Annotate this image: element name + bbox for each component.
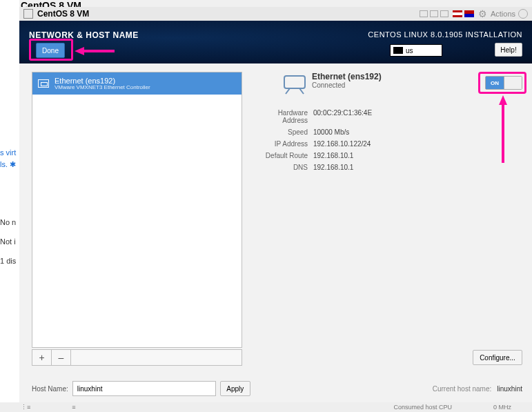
keyboard-layout-value: us — [406, 47, 413, 55]
window-titlebar: CentOS 8 VM ⚙ Actions — [19, 7, 532, 21]
interface-add-remove-bar: + – — [32, 349, 242, 366]
svg-marker-1 — [75, 47, 84, 55]
installer-name: CENTOS LINUX 8.0.1905 INSTALLATION — [368, 30, 522, 39]
actions-menu[interactable]: Actions — [491, 10, 515, 18]
bg-text: s virt — [0, 148, 16, 157]
svg-rect-2 — [284, 76, 305, 88]
bg-text: Not i — [0, 237, 16, 246]
hostname-input[interactable] — [72, 381, 216, 396]
prop-label: Speed — [254, 128, 308, 136]
svg-marker-4 — [499, 95, 507, 105]
prop-value: 00:0C:29:C1:36:4E — [313, 109, 372, 124]
bg-text: ⋮≡ — [21, 404, 30, 411]
installer-header: NETWORK & HOST NAME CENTOS LINUX 8.0.190… — [19, 21, 532, 63]
installer-body: Ethernet (ens192) VMware VMXNET3 Etherne… — [19, 63, 532, 412]
interface-item[interactable]: Ethernet (ens192) VMware VMXNET3 Etherne… — [32, 72, 242, 95]
prop-value: 192.168.10.1 — [313, 152, 353, 159]
selected-interface-status: Connected — [312, 81, 382, 89]
prop-label: Hardware Address — [254, 109, 308, 124]
prop-label: Default Route — [254, 152, 308, 159]
interface-name: Ethernet (ens192) — [55, 77, 150, 85]
interface-driver: VMware VMXNET3 Ethernet Controller — [55, 85, 150, 91]
current-hostname-value: linuxhint — [497, 385, 522, 393]
hostname-row: Host Name: Apply Current host name: linu… — [32, 381, 522, 396]
prop-value: 10000 Mb/s — [313, 128, 349, 136]
interface-toggle[interactable]: ON — [485, 76, 522, 90]
toggle-knob — [504, 77, 522, 89]
vm-icon — [23, 9, 33, 19]
interface-properties: Hardware Address00:0C:29:C1:36:4E Speed1… — [254, 109, 522, 171]
flag-icon — [464, 10, 474, 17]
configure-button[interactable]: Configure... — [473, 350, 522, 365]
window-button[interactable] — [420, 10, 428, 17]
background-sidebar: s virt ls. ✱ No n Not i 1 dis — [0, 0, 19, 412]
page-title: NETWORK & HOST NAME — [29, 30, 139, 40]
toggle-on-label: ON — [486, 77, 504, 89]
close-icon[interactable] — [518, 9, 528, 19]
prop-label: IP Address — [254, 140, 308, 148]
done-button[interactable]: Done — [36, 43, 65, 58]
installer-screen: NETWORK & HOST NAME CENTOS LINUX 8.0.190… — [19, 21, 532, 412]
annotation-arrow-icon — [75, 46, 116, 57]
help-button[interactable]: Help! — [495, 43, 522, 57]
prop-value: 192.168.10.1 — [313, 164, 353, 171]
window-button[interactable] — [440, 10, 449, 17]
interfaces-list: Ethernet (ens192) VMware VMXNET3 Etherne… — [32, 72, 242, 348]
hostname-label: Host Name: — [32, 385, 68, 393]
bg-text: No n — [0, 218, 16, 226]
window-title: CentOS 8 VM — [37, 9, 89, 19]
apply-button[interactable]: Apply — [220, 381, 250, 396]
bg-text: ls. ✱ — [0, 160, 16, 169]
interface-details: Ethernet (ens192) Connected ON Hardware … — [254, 72, 522, 348]
bg-text: 1 dis — [0, 257, 16, 265]
add-interface-button[interactable]: + — [32, 350, 52, 365]
selected-interface-name: Ethernet (ens192) — [312, 72, 382, 81]
prop-label: DNS — [254, 164, 308, 171]
ethernet-large-icon — [283, 75, 306, 95]
bg-text: Consumed host CPU — [393, 404, 452, 411]
bg-text: 0 MHz — [493, 404, 511, 411]
remove-interface-button[interactable]: – — [52, 350, 71, 365]
prop-value: 192.168.10.122/24 — [313, 140, 371, 148]
current-hostname-label: Current host name: — [433, 385, 492, 393]
flag-icon — [453, 10, 462, 17]
gear-icon[interactable]: ⚙ — [478, 9, 488, 19]
bg-text: ≡ — [72, 404, 75, 411]
keyboard-icon — [393, 47, 403, 54]
window-button[interactable] — [430, 10, 438, 17]
background-statusbar: ⋮≡ ≡ Consumed host CPU 0 MHz — [0, 402, 532, 412]
keyboard-layout-indicator[interactable]: us — [390, 44, 442, 57]
ethernet-icon — [38, 79, 49, 88]
